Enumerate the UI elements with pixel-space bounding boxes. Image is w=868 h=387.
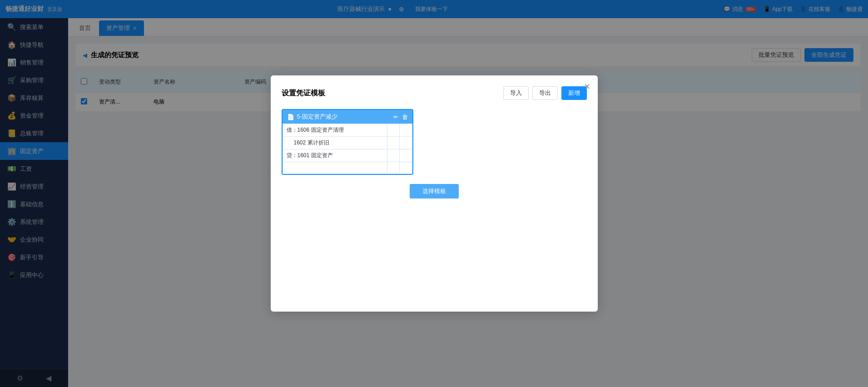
select-template-container: 选择模板 bbox=[282, 184, 587, 198]
modal-title: 设置凭证模板 bbox=[282, 89, 325, 98]
template-doc-icon: 📄 bbox=[287, 114, 294, 120]
entry3-type: 贷：1601 固定资产 bbox=[283, 149, 387, 162]
empty-cell3 bbox=[400, 162, 412, 174]
entry2-type: 1602 累计折旧 bbox=[283, 137, 387, 149]
template-entry-row-1: 借：1606 固定资产清理 bbox=[283, 124, 412, 137]
template-entry-row-empty bbox=[283, 162, 412, 174]
template-entry-row-2: 1602 累计折旧 bbox=[283, 137, 412, 149]
modal-header: 设置凭证模板 导入 导出 新增 bbox=[282, 86, 587, 100]
entry1-credit bbox=[400, 124, 412, 137]
modal-overlay: 设置凭证模板 导入 导出 新增 ✕ 📄 5-固定资产减少 ✏ 🗑 bbox=[0, 0, 868, 387]
template-entries-table: 借：1606 固定资产清理 1602 累计折旧 贷：1601 固定资产 bbox=[283, 124, 412, 174]
entry2-credit bbox=[400, 137, 412, 149]
export-btn[interactable]: 导出 bbox=[532, 86, 558, 100]
entry3-credit bbox=[400, 149, 412, 162]
delete-icon[interactable]: 🗑 bbox=[402, 114, 408, 120]
entry1-debit bbox=[387, 124, 399, 137]
entry3-debit bbox=[387, 149, 399, 162]
template-header-icons: ✏ 🗑 bbox=[393, 114, 408, 120]
template-entry-row-3: 贷：1601 固定资产 bbox=[283, 149, 412, 162]
template-full-label: 5-固定资产减少 bbox=[297, 113, 338, 121]
modal-action-buttons: 导入 导出 新增 bbox=[503, 86, 587, 100]
template-header-left: 📄 5-固定资产减少 bbox=[287, 113, 338, 121]
template-card-header: 📄 5-固定资产减少 ✏ 🗑 bbox=[283, 110, 412, 124]
edit-icon[interactable]: ✏ bbox=[393, 114, 398, 120]
modal-set-template: 设置凭证模板 导入 导出 新增 ✕ 📄 5-固定资产减少 ✏ 🗑 bbox=[271, 75, 598, 312]
empty-cell2 bbox=[387, 162, 399, 174]
select-template-btn[interactable]: 选择模板 bbox=[410, 184, 459, 198]
entry2-debit bbox=[387, 137, 399, 149]
new-btn[interactable]: 新增 bbox=[561, 86, 587, 100]
empty-cell1 bbox=[283, 162, 387, 174]
entry1-type: 借：1606 固定资产清理 bbox=[283, 124, 387, 137]
import-btn[interactable]: 导入 bbox=[503, 86, 529, 100]
modal-close-btn[interactable]: ✕ bbox=[584, 83, 590, 91]
template-card: 📄 5-固定资产减少 ✏ 🗑 借：1606 固定资产清理 1602 累计折旧 bbox=[282, 109, 413, 175]
